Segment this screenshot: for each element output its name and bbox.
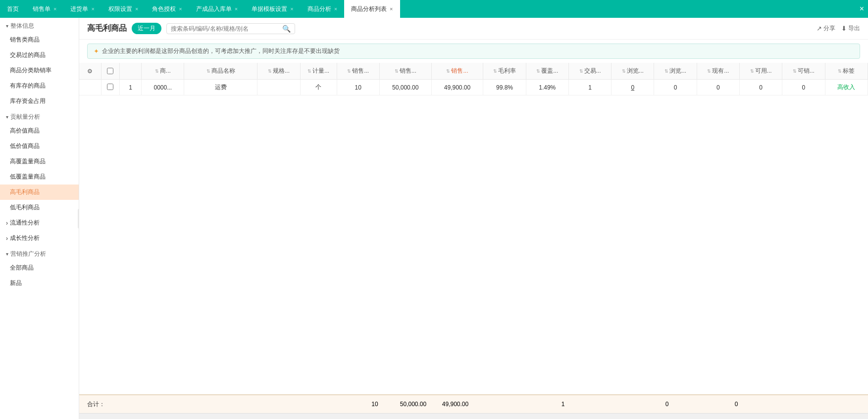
col-sales-profit[interactable]: ⇅销售... xyxy=(431,63,483,80)
col-name[interactable]: ⇅商品名称 xyxy=(184,63,257,80)
cell-name: 运费 xyxy=(184,80,257,95)
sort-icon-transaction: ⇅ xyxy=(579,69,583,74)
sort-icon-browse1: ⇅ xyxy=(622,69,626,74)
col-sales-count[interactable]: ⇅销售... xyxy=(337,63,379,80)
header-actions: ↗ 分享 ⬇ 导出 xyxy=(817,24,860,33)
close-product-analysis[interactable]: × xyxy=(334,6,337,12)
table-row: 1 0000... 运费 个 10 50,000.00 49,900.00 99… xyxy=(79,80,868,95)
close-sales-order[interactable]: × xyxy=(53,6,56,12)
sidebar-section-overall[interactable]: ▾ 整体信息 xyxy=(0,18,79,32)
sidebar-item-low-margin[interactable]: 低毛利商品 xyxy=(0,200,79,215)
close-window-button[interactable]: × xyxy=(860,4,864,13)
footer-stock-saleable: 0 xyxy=(719,401,754,408)
sidebar-item-traded-goods[interactable]: 交易过的商品 xyxy=(0,47,79,63)
row-checkbox[interactable] xyxy=(107,84,113,90)
search-icon[interactable]: 🔍 xyxy=(282,25,291,33)
arrow-liquidity: › xyxy=(6,220,8,227)
sidebar-item-all-goods[interactable]: 全部商品 xyxy=(0,260,79,276)
cell-checkbox[interactable] xyxy=(101,80,119,95)
sidebar-item-high-margin[interactable]: 高毛利商品 xyxy=(0,185,79,200)
arrow-growth: › xyxy=(6,235,8,242)
nav-permission-settings[interactable]: 权限设置 × xyxy=(102,0,145,18)
sidebar-item-low-coverage[interactable]: 低覆盖量商品 xyxy=(0,169,79,185)
sort-icon-sales-amount: ⇅ xyxy=(395,69,399,74)
footer-row: 合计： 10 50,000.00 49,900.00 1 0 0 xyxy=(79,394,868,413)
col-coverage[interactable]: ⇅覆盖... xyxy=(526,63,568,80)
col-gross-margin[interactable]: ⇅毛利率 xyxy=(483,63,526,80)
col-unit[interactable]: ⇅计量... xyxy=(300,63,337,80)
sidebar-item-in-stock[interactable]: 有库存的商品 xyxy=(0,78,79,93)
sidebar-item-category-rate[interactable]: 商品分类助销率 xyxy=(0,63,79,78)
select-all-checkbox[interactable] xyxy=(107,68,113,74)
sort-icon-spec: ⇅ xyxy=(268,69,272,74)
arrow-marketing: ▾ xyxy=(6,251,8,257)
cell-sales-profit: 49,900.00 xyxy=(431,80,483,95)
info-banner: ✦ 企业的主要的利润都是这部分商品创造的，可考虑加大推广，同时关注库存是不要出现… xyxy=(87,44,860,59)
content-header: 高毛利商品 近一月 🔍 ↗ 分享 ⬇ 导出 xyxy=(79,18,868,40)
nav-product-analysis-list[interactable]: 商品分析列表 × xyxy=(344,0,400,18)
nav-product-analysis[interactable]: 商品分析 × xyxy=(301,0,344,18)
search-box: 🔍 xyxy=(166,23,295,34)
col-sales-amount[interactable]: ⇅销售... xyxy=(379,63,431,80)
total-label: 合计： xyxy=(87,400,166,409)
close-product-analysis-list[interactable]: × xyxy=(390,6,393,12)
nav-role-auth[interactable]: 角色授权 × xyxy=(145,0,189,18)
col-spec[interactable]: ⇅规格... xyxy=(257,63,300,80)
sort-icon-stock-available: ⇅ xyxy=(750,69,754,74)
scroll-bar[interactable] xyxy=(79,413,868,419)
col-stock-saleable[interactable]: ⇅可销... xyxy=(782,63,825,80)
tip-icon: ✦ xyxy=(94,47,99,55)
sidebar-toggle[interactable]: 《 xyxy=(78,209,79,229)
footer-sales-amount: 50,000.00 xyxy=(392,401,434,408)
arrow-overall: ▾ xyxy=(6,23,8,29)
main-layout: 《 ▾ 整体信息 销售类商品 交易过的商品 商品分类助销率 有库存的商品 库存资… xyxy=(0,18,868,419)
sidebar-section-growth[interactable]: › 成长性分析 xyxy=(0,231,79,246)
cell-stock-saleable: 0 xyxy=(782,80,825,95)
col-settings[interactable]: ⚙ xyxy=(79,63,101,80)
table-header-row: ⚙ ⇅商... ⇅商品名称 xyxy=(79,63,868,80)
sort-icon-name: ⇅ xyxy=(206,69,210,74)
sidebar-item-sales-goods[interactable]: 销售类商品 xyxy=(0,32,79,47)
sort-icon-stock-saleable: ⇅ xyxy=(793,69,797,74)
export-button[interactable]: ⬇ 导出 xyxy=(841,24,860,33)
footer-cells: 10 50,000.00 49,900.00 1 0 0 xyxy=(166,401,860,408)
close-purchase-order[interactable]: × xyxy=(91,6,94,12)
col-code[interactable]: ⇅商... xyxy=(142,63,184,80)
col-browse1[interactable]: ⇅浏览... xyxy=(612,63,654,80)
sidebar-section-liquidity[interactable]: › 流通性分析 xyxy=(0,215,79,231)
footer-sales-profit: 49,900.00 xyxy=(434,401,476,408)
close-permission-settings[interactable]: × xyxy=(135,6,138,12)
col-tag[interactable]: ⇅标签 xyxy=(825,63,868,80)
col-stock-current[interactable]: ⇅现有... xyxy=(697,63,739,80)
close-role-auth[interactable]: × xyxy=(179,6,182,12)
sidebar-item-stock-capital[interactable]: 库存资金占用 xyxy=(0,93,79,109)
content-area: 高毛利商品 近一月 🔍 ↗ 分享 ⬇ 导出 ✦ 企业的主要的利润都是这部分商品创… xyxy=(79,18,868,419)
nav-finished-goods[interactable]: 产成品入库单 × xyxy=(189,0,245,18)
top-nav: 首页 销售单 × 进货单 × 权限设置 × 角色授权 × 产成品入库单 × 单据… xyxy=(0,0,868,18)
sidebar-section-marketing[interactable]: ▾ 营销推广分析 xyxy=(0,246,79,260)
nav-home[interactable]: 首页 xyxy=(0,0,26,18)
col-transaction[interactable]: ⇅交易... xyxy=(568,63,611,80)
table-wrapper[interactable]: ⚙ ⇅商... ⇅商品名称 xyxy=(79,63,868,394)
data-table: ⚙ ⇅商... ⇅商品名称 xyxy=(79,63,868,95)
filter-button[interactable]: 近一月 xyxy=(132,23,161,34)
close-finished-goods[interactable]: × xyxy=(235,6,238,12)
sidebar-item-new-goods[interactable]: 新品 xyxy=(0,276,79,291)
sidebar-section-contribution[interactable]: ▾ 贡献量分析 xyxy=(0,109,79,123)
nav-purchase-order[interactable]: 进货单 × xyxy=(63,0,101,18)
sort-icon-sales-profit: ⇅ xyxy=(446,69,450,74)
col-browse2[interactable]: ⇅浏览... xyxy=(654,63,697,80)
nav-sales-order[interactable]: 销售单 × xyxy=(26,0,63,18)
sidebar-item-low-value[interactable]: 低价值商品 xyxy=(0,139,79,154)
cell-stock-available: 0 xyxy=(739,80,782,95)
col-stock-available[interactable]: ⇅可用... xyxy=(739,63,782,80)
sidebar-item-high-coverage[interactable]: 高覆盖量商品 xyxy=(0,154,79,169)
close-template-settings[interactable]: × xyxy=(290,6,293,12)
share-button[interactable]: ↗ 分享 xyxy=(817,24,835,33)
nav-template-settings[interactable]: 单据模板设置 × xyxy=(245,0,300,18)
sidebar-item-high-value[interactable]: 高价值商品 xyxy=(0,123,79,139)
cell-sales-count: 10 xyxy=(337,80,379,95)
col-checkbox[interactable] xyxy=(101,63,119,80)
cell-browse1[interactable]: 0 xyxy=(612,80,654,95)
search-input[interactable] xyxy=(171,25,282,32)
